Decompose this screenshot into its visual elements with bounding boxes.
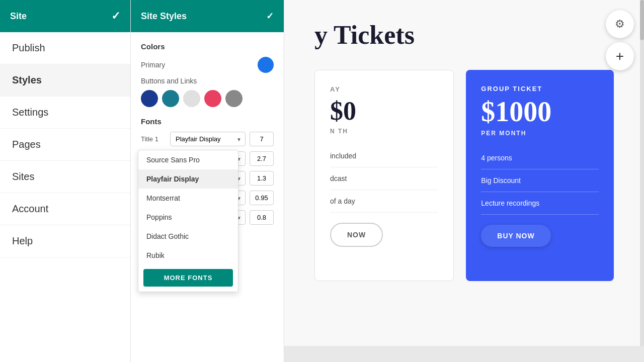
font-size-title1[interactable] — [250, 132, 274, 146]
sidebar-item-help[interactable]: Help — [0, 225, 130, 257]
swatch-teal[interactable] — [162, 90, 179, 107]
buttons-links-label: Buttons and Links — [141, 77, 274, 85]
dropdown-item-source-sans-pro[interactable]: Source Sans Pro — [138, 150, 238, 169]
sidebar-item-pages[interactable]: Pages — [0, 129, 130, 161]
font-dropdown: Source Sans Pro Playfair Display Montser… — [138, 150, 238, 292]
font-size-text2[interactable] — [250, 210, 274, 225]
tickets-row: AY $0 N TH included dcast of a day NOW G… — [314, 70, 614, 281]
swatch-dark-blue[interactable] — [141, 90, 158, 107]
sidebar-item-account[interactable]: Account — [0, 193, 130, 225]
regular-feature-3: of a day — [330, 190, 438, 213]
more-fonts-button[interactable]: MORE FONTS — [143, 269, 233, 287]
font-label-title1: Title 1 — [141, 135, 166, 143]
swatch-pink-red[interactable] — [204, 90, 221, 107]
scrollbar[interactable] — [640, 0, 644, 362]
dropdown-item-didact-gothic[interactable]: Didact Gothic — [138, 227, 238, 246]
font-select-wrapper-title1: Playfair Display ▼ — [170, 132, 246, 146]
sidebar-item-sites[interactable]: Sites — [0, 161, 130, 193]
sidebar-check-icon[interactable]: ✓ — [111, 10, 120, 23]
bottom-bar — [284, 346, 644, 362]
dropdown-item-montserrat[interactable]: Montserrat — [138, 189, 238, 208]
group-buy-button[interactable]: BUY NOW — [481, 225, 550, 247]
sidebar-nav: Publish Styles Settings Pages Sites Acco… — [0, 32, 130, 362]
sidebar-title: Site — [10, 11, 27, 22]
colors-section-title: Colors — [141, 42, 274, 51]
group-ticket-period: PER MONTH — [481, 130, 599, 137]
add-button[interactable]: + — [606, 42, 634, 70]
main-content: y Tickets AY $0 N TH included dcast of a… — [284, 0, 644, 362]
scrollbar-thumb[interactable] — [640, 0, 644, 40]
font-row-title1: Title 1 Playfair Display ▼ — [141, 132, 274, 146]
regular-price-prefix: $ — [330, 97, 343, 125]
ticket-card-regular: AY $0 N TH included dcast of a day NOW — [314, 70, 454, 281]
sidebar-item-publish[interactable]: Publish — [0, 32, 130, 64]
sidebar: Site ✓ Publish Styles Settings Pages Sit… — [0, 0, 131, 362]
sidebar-header: Site ✓ — [0, 0, 130, 32]
font-size-text1[interactable] — [250, 191, 274, 205]
fonts-section-title: Fonts — [141, 117, 274, 126]
styles-panel-header: Site Styles ✓ — [131, 0, 284, 32]
group-feature-1: 4 persons — [481, 147, 599, 169]
swatch-light-gray[interactable] — [183, 90, 200, 107]
regular-feature-2: dcast — [330, 167, 438, 190]
group-feature-2: Big Discount — [481, 169, 599, 192]
font-select-title1[interactable]: Playfair Display — [170, 132, 246, 146]
sidebar-item-styles[interactable]: Styles — [0, 64, 130, 97]
swatch-gray[interactable] — [225, 90, 243, 107]
regular-ticket-price: $0 — [330, 96, 438, 126]
plus-icon: + — [616, 48, 624, 64]
dropdown-item-rubik[interactable]: Rubik — [138, 246, 238, 265]
group-feature-3: Lecture recordings — [481, 192, 599, 215]
font-size-title3[interactable] — [250, 171, 274, 186]
styles-panel-check-icon[interactable]: ✓ — [266, 11, 274, 22]
styles-panel-title: Site Styles — [141, 11, 187, 22]
ticket-card-group: GROUP TICKET $1000 PER MONTH 4 persons B… — [466, 70, 614, 281]
dropdown-item-poppins[interactable]: Poppins — [138, 208, 238, 227]
regular-feature-1: included — [330, 145, 438, 167]
primary-color-swatch[interactable] — [258, 57, 274, 73]
regular-buy-button[interactable]: NOW — [330, 223, 383, 247]
primary-color-row: Primary — [141, 57, 274, 73]
regular-price-value: 0 — [343, 97, 356, 125]
font-size-title2[interactable] — [250, 151, 274, 166]
group-ticket-type: GROUP TICKET — [481, 85, 599, 93]
color-swatches — [141, 90, 274, 107]
gear-button[interactable]: ⚙ — [606, 10, 634, 38]
group-ticket-price: $1000 — [481, 96, 599, 128]
page-title: y Tickets — [314, 20, 614, 50]
gear-icon: ⚙ — [615, 18, 625, 31]
primary-label: Primary — [141, 61, 258, 69]
page-content: y Tickets AY $0 N TH included dcast of a… — [284, 0, 644, 301]
styles-panel: Site Styles ✓ Colors Primary Buttons and… — [131, 0, 284, 362]
regular-ticket-period: N TH — [330, 128, 438, 135]
dropdown-item-playfair-display[interactable]: Playfair Display — [138, 169, 238, 189]
regular-ticket-type: AY — [330, 85, 438, 93]
sidebar-item-settings[interactable]: Settings — [0, 97, 130, 129]
